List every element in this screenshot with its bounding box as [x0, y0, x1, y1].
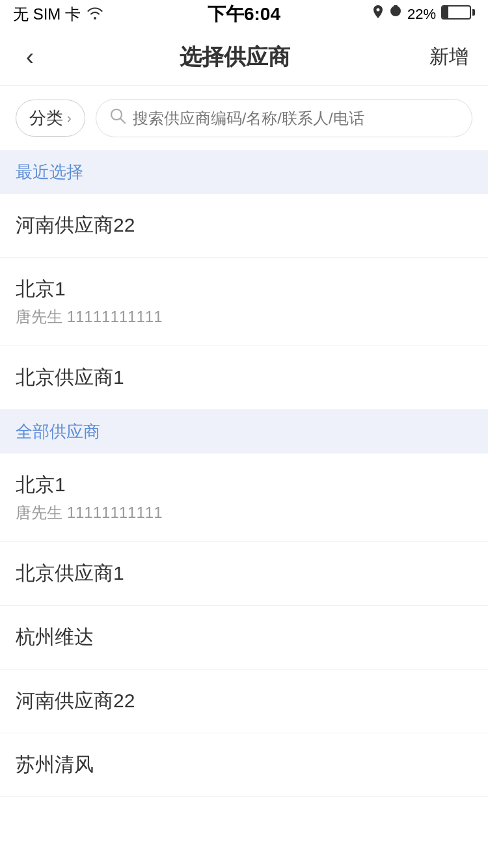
item-sub: 唐先生 11111111111: [16, 306, 472, 327]
sections-container: 最近选择河南供应商22北京1唐先生 11111111111北京供应商1全部供应商…: [0, 150, 488, 797]
status-time: 下午6:04: [208, 2, 280, 27]
list-item[interactable]: 河南供应商22: [0, 670, 488, 733]
category-button[interactable]: 分类 ›: [16, 100, 85, 137]
chevron-right-icon: ›: [67, 111, 72, 126]
item-name: 杭州维达: [16, 624, 472, 651]
item-name: 河南供应商22: [16, 212, 472, 239]
search-box: [96, 99, 472, 137]
page-title: 选择供应商: [180, 42, 290, 72]
back-button[interactable]: ‹: [20, 37, 40, 77]
add-button[interactable]: 新增: [429, 44, 468, 70]
status-bar: 无 SIM 卡 下午6:04 22%: [0, 0, 488, 29]
list-item[interactable]: 杭州维达: [0, 606, 488, 670]
item-name: 北京1: [16, 472, 472, 498]
section-header-recent: 最近选择: [0, 150, 488, 194]
item-name: 苏州清风: [16, 752, 472, 778]
svg-rect-1: [394, 5, 398, 7]
item-name: 河南供应商22: [16, 688, 472, 714]
list-item[interactable]: 北京1唐先生 11111111111: [0, 454, 488, 542]
wifi-icon: [86, 5, 104, 23]
battery-icon: [441, 5, 475, 23]
location-icon: [372, 5, 384, 23]
carrier-text: 无 SIM 卡: [13, 4, 81, 25]
section-header-all: 全部供应商: [0, 410, 488, 454]
list-item[interactable]: 苏州清风: [0, 733, 488, 797]
search-icon: [109, 107, 126, 129]
nav-bar: ‹ 选择供应商 新增: [0, 29, 488, 86]
battery-text: 22%: [407, 6, 436, 23]
status-left: 无 SIM 卡: [13, 4, 104, 25]
list-item[interactable]: 河南供应商22: [0, 194, 488, 258]
status-right: 22%: [372, 5, 475, 23]
list-item[interactable]: 北京1唐先生 11111111111: [0, 258, 488, 346]
list-item[interactable]: 北京供应商1: [0, 542, 488, 606]
svg-line-3: [120, 118, 125, 123]
item-sub: 唐先生 11111111111: [16, 502, 472, 523]
category-label: 分类: [29, 107, 63, 129]
search-input[interactable]: [133, 109, 459, 128]
item-name: 北京供应商1: [16, 364, 472, 391]
alarm-icon: [389, 5, 402, 23]
list-item[interactable]: 北京供应商1: [0, 346, 488, 410]
item-name: 北京供应商1: [16, 560, 472, 587]
filter-bar: 分类 ›: [0, 86, 488, 150]
item-name: 北京1: [16, 276, 472, 303]
